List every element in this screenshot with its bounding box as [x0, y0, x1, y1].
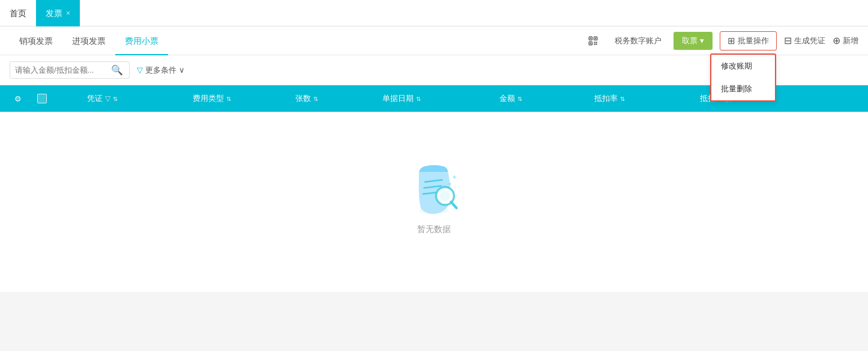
svg-text:✦: ✦	[448, 181, 452, 187]
more-conditions-button[interactable]: ▽ 更多条件 ∨	[137, 65, 185, 76]
select-all-checkbox[interactable]	[37, 94, 47, 103]
amount-sort-icon[interactable]: ⇅	[517, 96, 522, 102]
bulk-icon: ⊞	[728, 35, 735, 46]
expense-type-column[interactable]: 费用类型 ⇅	[151, 93, 272, 104]
generate-voucher-icon: ⊟	[784, 35, 792, 46]
checkbox-column[interactable]	[31, 94, 53, 103]
filter-icon: ▽	[137, 66, 143, 75]
deduction-rate-column[interactable]: 抵扣率 ⇅	[560, 93, 659, 104]
svg-rect-8	[594, 43, 595, 44]
bulk-op-button[interactable]: ⊞ 批量操作 修改账期 批量删除	[720, 31, 777, 50]
invoice-tab-label: 发票	[46, 0, 62, 26]
expense-type-sort-icon[interactable]: ⇅	[226, 96, 231, 102]
generate-voucher-label: 生成凭证	[794, 35, 825, 46]
add-icon: ⊕	[833, 35, 840, 46]
sub-tab-bar: 销项发票 进项发票 费用小票 税务数字账户 取票 ▾ ⊞	[0, 26, 868, 55]
modify-period-item[interactable]: 修改账期	[711, 55, 775, 78]
close-icon[interactable]: ×	[66, 0, 70, 26]
invoice-tab[interactable]: 发票 ×	[36, 0, 80, 26]
svg-point-16	[440, 191, 450, 201]
empty-state: ✦ ✦ 暂无数据	[404, 157, 464, 235]
expense-type-label: 费用类型	[193, 93, 224, 104]
sub-tab-actions: 税务数字账户 取票 ▾ ⊞ 批量操作 修改账期 批量删除 ⊟ 生成凭证 ⊕ 新增	[583, 31, 858, 50]
add-button[interactable]: ⊕ 新增	[833, 35, 858, 46]
voucher-filter-icon: ▽	[105, 94, 110, 103]
voucher-sort-icon[interactable]: ⇅	[113, 96, 118, 102]
svg-rect-4	[595, 37, 596, 38]
table-body: ✦ ✦ 暂无数据	[0, 112, 868, 292]
tab-expense[interactable]: 费用小票	[115, 26, 168, 55]
qr-icon-button[interactable]	[583, 31, 603, 50]
empty-text: 暂无数据	[417, 224, 451, 235]
home-tab[interactable]: 首页	[0, 0, 36, 26]
svg-rect-7	[596, 41, 597, 43]
more-conditions-label: 更多条件	[145, 65, 176, 76]
bulk-delete-item[interactable]: 批量删除	[711, 78, 775, 100]
tab-sales[interactable]: 销项发票	[10, 26, 62, 55]
svg-rect-9	[596, 43, 597, 44]
search-input-wrap[interactable]: 🔍	[10, 61, 130, 79]
settings-column[interactable]: ⚙	[5, 94, 31, 103]
svg-rect-5	[590, 43, 591, 44]
amount-column[interactable]: 金额 ⇅	[462, 93, 560, 104]
generate-voucher-button[interactable]: ⊟ 生成凭证	[784, 35, 825, 46]
voucher-label: 凭证	[87, 93, 103, 104]
quopiao-arrow-icon: ▾	[700, 36, 704, 45]
empty-illustration: ✦ ✦	[404, 157, 464, 217]
bulk-op-dropdown: 修改账期 批量删除	[710, 53, 776, 102]
top-nav: 首页 发票 ×	[0, 0, 868, 26]
deduction-rate-label: 抵扣率	[594, 93, 618, 104]
voucher-column[interactable]: 凭证 ▽ ⇅	[53, 93, 151, 104]
count-label: 张数	[295, 93, 311, 104]
add-label: 新增	[843, 35, 858, 46]
settings-icon: ⚙	[14, 94, 22, 103]
svg-rect-6	[594, 41, 595, 43]
amount-label: 金额	[499, 93, 515, 104]
deduction-rate-sort-icon[interactable]: ⇅	[620, 96, 625, 102]
date-column[interactable]: 单据日期 ⇅	[341, 93, 462, 104]
tab-input[interactable]: 进项发票	[62, 26, 115, 55]
search-icon[interactable]: 🔍	[111, 64, 123, 76]
date-label: 单据日期	[382, 93, 414, 104]
tax-digital-button[interactable]: 税务数字账户	[610, 35, 666, 46]
quopiao-button[interactable]: 取票 ▾	[674, 32, 713, 50]
search-input[interactable]	[15, 66, 111, 75]
date-sort-icon[interactable]: ⇅	[416, 96, 421, 102]
quopiao-label: 取票	[682, 35, 698, 46]
count-column[interactable]: 张数 ⇅	[272, 93, 341, 104]
svg-text:✦: ✦	[451, 173, 457, 181]
sub-tabs: 销项发票 进项发票 费用小票	[10, 26, 168, 55]
bulk-op-label: 批量操作	[738, 35, 769, 46]
count-sort-icon[interactable]: ⇅	[313, 96, 318, 102]
svg-line-15	[451, 202, 456, 208]
chevron-down-icon: ∨	[179, 66, 185, 75]
svg-rect-3	[590, 37, 591, 38]
